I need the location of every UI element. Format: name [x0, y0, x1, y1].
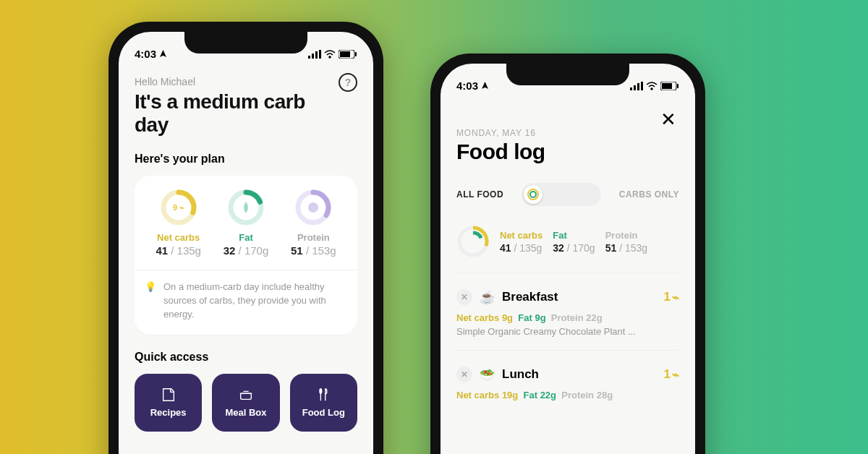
foodlog-title: Food log — [456, 140, 679, 164]
meal-lunch[interactable]: ✕ 🥗 Lunch 1⌁ Net carbs 19g Fat 22g Prote… — [456, 367, 679, 401]
svg-rect-0 — [308, 56, 310, 59]
coffee-icon: ☕ — [480, 290, 495, 305]
wifi-icon — [324, 50, 336, 59]
svg-rect-1 — [312, 53, 314, 59]
summary-netcarbs: Net carbs41 / 135g — [500, 230, 542, 254]
meal-name: Breakfast — [502, 290, 558, 304]
meal-name: Lunch — [502, 367, 539, 382]
close-icon[interactable]: ✕ — [660, 108, 676, 131]
quick-mealbox[interactable]: Meal Box — [212, 374, 279, 432]
summary-protein: Protein51 / 153g — [605, 230, 647, 254]
greeting: Hello Michael ? — [135, 76, 357, 87]
status-icons — [630, 82, 679, 90]
svg-rect-2 — [315, 51, 318, 59]
notch — [506, 64, 629, 85]
macro-protein[interactable]: Protein 51 / 153g — [291, 189, 336, 257]
toggle-all-food[interactable]: ALL FOOD — [456, 189, 503, 200]
foodlog-screen: 4:03 ✕ MONDAY, MAY 16 Food log ALL FOOD … — [441, 64, 695, 454]
meal-breakfast[interactable]: ✕ ☕ Breakfast 1⌁ Net carbs 9g Fat 9g Pro… — [456, 289, 679, 337]
svg-point-14 — [308, 202, 318, 213]
recipes-icon — [161, 387, 176, 403]
svg-point-24 — [530, 192, 536, 197]
wifi-icon — [646, 82, 658, 90]
svg-rect-3 — [319, 50, 321, 59]
salad-icon: 🥗 — [480, 367, 495, 382]
phone-home: 4:03 Hello Michael ? It's a medium carb … — [109, 22, 383, 454]
notch — [184, 32, 307, 53]
battery-icon — [660, 82, 679, 90]
delete-meal-icon[interactable]: ✕ — [456, 289, 472, 305]
svg-rect-16 — [630, 87, 632, 90]
svg-rect-22 — [677, 84, 678, 88]
svg-rect-5 — [340, 51, 350, 57]
meal-count: 1⌁ — [664, 290, 679, 305]
svg-rect-15 — [241, 393, 252, 399]
meal-item[interactable]: Simple Organic Creamy Chocolate Plant ..… — [456, 326, 679, 337]
svg-point-27 — [464, 233, 482, 250]
meal-count: 1⌁ — [664, 367, 679, 382]
summary-fat: Fat32 / 170g — [553, 230, 595, 254]
quick-heading: Quick access — [135, 351, 357, 364]
page-title: It's a medium carb day — [135, 90, 357, 137]
help-icon[interactable]: ? — [339, 73, 357, 92]
meal-macros: Net carbs 19g Fat 22g Protein 28g — [456, 390, 679, 401]
food-filter-toggle: ALL FOOD CARBS ONLY — [456, 183, 679, 206]
bulb-icon: 💡 — [145, 280, 156, 322]
svg-rect-18 — [637, 83, 639, 90]
svg-rect-6 — [355, 52, 357, 56]
status-time: 4:03 — [135, 48, 167, 60]
quick-recipes[interactable]: Recipes — [135, 374, 202, 432]
battery-icon — [339, 50, 357, 59]
summary-ring-icon — [456, 225, 490, 258]
signal-icon — [308, 50, 321, 59]
signal-icon — [630, 82, 643, 90]
status-time: 4:03 — [456, 80, 489, 92]
quick-foodlog[interactable]: Food Log — [290, 374, 357, 432]
phone-foodlog: 4:03 ✕ MONDAY, MAY 16 Food log ALL FOOD … — [430, 53, 705, 454]
meal-macros: Net carbs 9g Fat 9g Protein 22g — [456, 312, 679, 323]
delete-meal-icon[interactable]: ✕ — [456, 367, 472, 382]
plan-card: 9 ⌁ Net carbs 41 / 135g Fat 32 / 170g Pr… — [135, 176, 357, 335]
log-date: MONDAY, MAY 16 — [456, 128, 679, 138]
foodlog-icon — [315, 387, 331, 403]
svg-text:9 ⌁: 9 ⌁ — [173, 203, 184, 212]
tip-text: 💡 On a medium-carb day include healthy s… — [145, 280, 347, 322]
status-icons — [308, 50, 357, 59]
svg-rect-19 — [641, 82, 643, 90]
plan-heading: Here's your plan — [135, 153, 357, 166]
macro-fat[interactable]: Fat 32 / 170g — [224, 189, 269, 257]
svg-rect-21 — [662, 83, 672, 89]
mealbox-icon — [238, 387, 254, 403]
toggle-carbs-only[interactable]: CARBS ONLY — [619, 189, 679, 200]
svg-rect-17 — [634, 85, 636, 90]
home-screen: 4:03 Hello Michael ? It's a medium carb … — [119, 32, 373, 454]
toggle-switch[interactable] — [522, 183, 601, 206]
macro-row: 9 ⌁ Net carbs 41 / 135g Fat 32 / 170g Pr… — [145, 189, 347, 257]
macro-netcarbs[interactable]: 9 ⌁ Net carbs 41 / 135g — [156, 189, 201, 257]
macro-summary: Net carbs41 / 135g Fat32 / 170g Protein5… — [456, 225, 679, 273]
quick-access: Recipes Meal Box Food Log — [135, 374, 357, 432]
